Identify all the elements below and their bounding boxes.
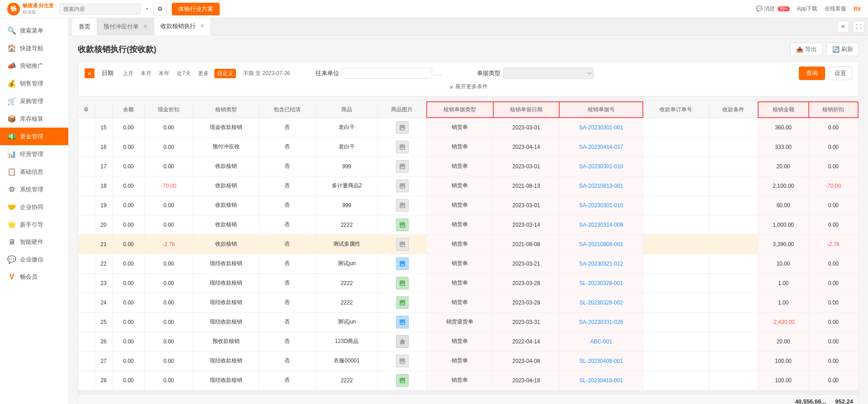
td-settings: [78, 157, 94, 176]
td-cancel-bill-type: 销货单: [427, 137, 493, 157]
td-cancel-bill-type: 销货单: [427, 215, 493, 234]
td-product-img: [377, 176, 426, 195]
td-cancel-bill-no[interactable]: SA-20230301-010: [559, 195, 643, 215]
td-product: 2222: [316, 215, 378, 234]
th-include-settled: 包含已结清: [259, 102, 316, 118]
chevron-down-icon: ∨: [449, 84, 453, 90]
date-option-this-year[interactable]: 本年: [157, 69, 171, 78]
td-cancel-bill-no[interactable]: ABC-001: [559, 332, 643, 351]
td-cancel-bill-no[interactable]: SA-20230321-012: [559, 254, 643, 273]
tab-receipt-cancel-close[interactable]: ✕: [200, 23, 204, 29]
industry-plan-btn[interactable]: 体验行业方案: [172, 3, 220, 15]
sidebar-item-quicknav[interactable]: 🏠 快捷导航: [0, 39, 68, 57]
sidebar-item-sales[interactable]: 💰 销售管理: [0, 75, 68, 92]
tab-close-btn[interactable]: ✕: [837, 21, 849, 33]
sidebar-label-basic: 基础信息: [20, 168, 43, 176]
td-receipt-condition: [709, 137, 758, 157]
td-balance: 0.00: [113, 176, 144, 195]
table-row[interactable]: 250.000.00现结收款核销否测试jun销货退货单2023-03-31SA-…: [78, 312, 858, 332]
tab-home[interactable]: 首页: [72, 18, 97, 35]
td-cancel-amount: 1.00: [758, 293, 809, 312]
table-row[interactable]: 180.00-70.00收款核销否多计量商品2销货单2021-08-13SA-2…: [78, 176, 858, 195]
sidebar-item-inventory[interactable]: 📦 库存核算: [0, 110, 68, 128]
expand-more-btn[interactable]: ∨ 展开更多条件: [85, 80, 852, 91]
sidebar-item-wechat[interactable]: 💬 企业微信: [0, 251, 68, 268]
sidebar-label-enterprise: 企业协同: [20, 203, 43, 211]
td-rownum: 22: [94, 254, 113, 273]
top-search-input[interactable]: [59, 4, 141, 14]
sidebar-item-basic[interactable]: 📋 基础信息: [0, 163, 68, 181]
td-cancel-bill-no[interactable]: SA-20210808-001: [559, 234, 643, 254]
tab-prepay-close[interactable]: ✕: [143, 24, 147, 29]
table-row[interactable]: 210.00-2.76收款核销否测试多属性销货单2021-08-08SA-202…: [78, 234, 858, 254]
sidebar-item-finance[interactable]: 💵 资金管理: [0, 128, 68, 145]
tab-prepay[interactable]: 预付冲应付单 ✕: [97, 18, 154, 35]
sidebar-item-guide[interactable]: 🌟 新手引导: [0, 216, 68, 233]
sidebar-item-enterprise[interactable]: 🤝 企业协同: [0, 198, 68, 216]
app-download-btn[interactable]: App下载: [797, 5, 817, 13]
td-cancel-bill-no[interactable]: SL-20230408-001: [559, 351, 643, 371]
sidebar-item-hardware[interactable]: 🖥 智能硬件: [0, 233, 68, 251]
td-cancel-bill-type: 销货单: [427, 273, 493, 293]
main-layout: 🔍 搜索菜单 🏠 快捷导航 📣 营销推广 💰 销售管理 🛒 采购管理 📦 库存核…: [0, 18, 868, 404]
td-cancel-bill-no[interactable]: SA-20210813-001: [559, 176, 643, 195]
page-title: 收款核销执行(按收款): [78, 44, 156, 55]
tab-maximize-btn[interactable]: ⛶: [853, 21, 864, 33]
online-service-btn[interactable]: 在线客服: [825, 5, 846, 13]
sidebar-item-member[interactable]: V 畅会员: [0, 268, 68, 285]
date-custom-btn[interactable]: 自定义: [214, 69, 236, 78]
table-row[interactable]: 220.000.00现结收款核销否测试jun销货单2023-03-21SA-20…: [78, 254, 858, 273]
td-cancel-bill-no[interactable]: SL-20230328-001: [559, 273, 643, 293]
table-row[interactable]: 270.000.00现结收款核销否衣服00001销货单2023-04-08SL-…: [78, 351, 858, 371]
th-settings[interactable]: ⚙: [78, 102, 94, 118]
refresh-btn[interactable]: 🔄 刷新: [826, 43, 859, 56]
date-option-this-month[interactable]: 本月: [139, 69, 153, 78]
td-receipt-order-no: [643, 215, 709, 234]
tab-receipt-cancel[interactable]: 收款核销执行 ✕: [154, 18, 211, 35]
horizontal-scrollbar[interactable]: [78, 390, 859, 394]
table-row[interactable]: 230.000.00现结收款核销否2222销货单2023-03-28SL-202…: [78, 273, 858, 293]
td-cancel-type: 现结收款核销: [193, 273, 259, 293]
date-option-last-month[interactable]: 上月: [121, 69, 135, 78]
table-row[interactable]: 260.000.00预收款核销否123D商品销货单2022-04-14ABC-0…: [78, 332, 858, 351]
message-btn[interactable]: 💬 消息 99+: [756, 5, 790, 13]
td-receipt-order-no: [643, 195, 709, 215]
settings-gear-btn[interactable]: ⚙: [154, 3, 166, 15]
table-row[interactable]: 190.000.00收款核销否999销货单2023-03-01SA-202303…: [78, 195, 858, 215]
td-cancel-bill-no[interactable]: SL-20230418-001: [559, 371, 643, 390]
td-settings: [78, 254, 94, 273]
export-btn[interactable]: 📤 导出: [790, 43, 823, 56]
td-cancel-bill-no[interactable]: SA-20230301-001: [559, 118, 643, 137]
td-settings: [78, 234, 94, 254]
expand-filter-btn[interactable]: »: [85, 68, 94, 78]
table-row[interactable]: 240.000.00现结收款核销否2222销货单2023-03-28SL-202…: [78, 293, 858, 312]
td-cancel-bill-no[interactable]: SA-20230301-010: [559, 157, 643, 176]
query-btn[interactable]: 查询: [799, 67, 825, 80]
sidebar-item-marketing[interactable]: 📣 营销推广: [0, 57, 68, 75]
search-dropdown-arrow[interactable]: ▾: [146, 6, 148, 11]
table-row[interactable]: 150.000.00现金收款核销否老白干销货单2023-03-01SA-2023…: [78, 118, 858, 137]
bill-type-label: 单据类型: [477, 69, 500, 77]
sidebar-item-search[interactable]: 🔍 搜索菜单: [0, 22, 68, 39]
user-name[interactable]: Rit: [854, 6, 861, 12]
td-cancel-bill-no[interactable]: SL-20230328-002: [559, 293, 643, 312]
sidebar-item-system[interactable]: ⚙ 系统管理: [0, 181, 68, 198]
td-product-img: [377, 137, 426, 157]
td-cancel-bill-no[interactable]: SA-20230414-017: [559, 137, 643, 157]
date-option-7days[interactable]: 近7天: [175, 69, 193, 78]
bill-type-select[interactable]: [503, 67, 594, 79]
table-row[interactable]: 200.000.00收款核销否2222销货单2023-03-14SA-20230…: [78, 215, 858, 234]
td-cancel-discount: 0.00: [809, 215, 858, 234]
sidebar-item-operations[interactable]: 📊 经营管理: [0, 145, 68, 163]
from-unit-input[interactable]: [342, 68, 432, 79]
table-row[interactable]: 170.000.00收款核销否999销货单2023-03-01SA-202303…: [78, 157, 858, 176]
table-row[interactable]: 280.000.00现结收款核销否2222销货单2023-04-18SL-202…: [78, 371, 858, 390]
td-cancel-bill-no[interactable]: SA-20230331-026: [559, 312, 643, 332]
date-option-more[interactable]: 更多: [196, 69, 211, 78]
td-cancel-bill-no[interactable]: SA-20230314-008: [559, 215, 643, 234]
sidebar-item-purchase[interactable]: 🛒 采购管理: [0, 92, 68, 110]
sidebar-label-marketing: 营销推广: [20, 62, 43, 70]
td-receipt-order-no: [643, 157, 709, 176]
filter-settings-btn[interactable]: 设置: [829, 67, 852, 80]
table-row[interactable]: 160.000.00预付冲应收否老白干销货单2023-04-14SA-20230…: [78, 137, 858, 157]
